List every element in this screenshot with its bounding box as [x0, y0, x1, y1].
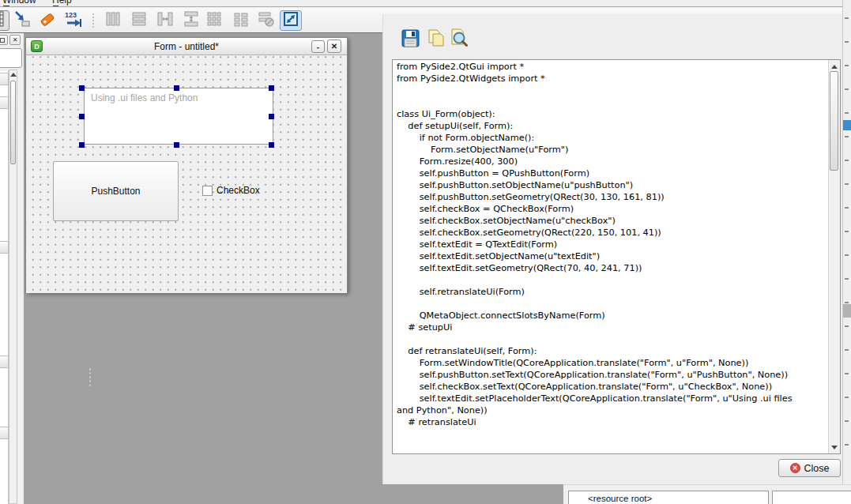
edit-signals-slots-icon — [13, 9, 32, 32]
selection-handle-bottom-center[interactable] — [174, 142, 179, 148]
edit-widgets-icon — [0, 9, 9, 32]
form-minimize-button[interactable]: - — [311, 40, 325, 53]
find-in-code-button[interactable] — [447, 29, 469, 49]
selection-handle-top-left[interactable] — [79, 85, 85, 91]
selection-handle-bottom-left[interactable] — [79, 142, 85, 148]
save-icon — [400, 28, 420, 51]
form-editor-window: D Form - untitled* - ✕ Using .ui files a… — [25, 37, 348, 293]
code-scrollbar[interactable] — [828, 60, 840, 453]
close-red-icon: ✕ — [790, 463, 800, 473]
code-scrollbar-thumb[interactable] — [830, 71, 838, 171]
edit-tab-order-icon: 123 — [63, 9, 82, 32]
scroll-down-arrow-icon[interactable] — [829, 442, 840, 452]
lay-out-in-form-layout-icon — [232, 9, 250, 32]
code-preview-dialog: from PySide2.QtGui import * from PySide2… — [382, 14, 842, 484]
selection-handle-top-right[interactable] — [269, 85, 274, 91]
code-text-area[interactable]: from PySide2.QtGui import * from PySide2… — [392, 59, 841, 454]
selection-handle-top-center[interactable] — [174, 85, 179, 91]
lay-out-in-grid-icon — [205, 9, 224, 32]
checkbox-widget-box[interactable] — [202, 186, 213, 196]
edit-widgets-button[interactable] — [0, 10, 9, 31]
menu-window-accel-underline — [3, 6, 9, 6]
float-icon — [0, 38, 5, 43]
tree-branch-marks — [845, 17, 849, 460]
resource-root-item[interactable]: <resource root> — [569, 491, 768, 503]
selection-handle-mid-left[interactable] — [79, 114, 85, 119]
widget-box-scrollbar[interactable] — [9, 70, 17, 504]
adjust-size-icon — [281, 9, 300, 32]
lay-out-vertically-in-splitter-icon — [182, 9, 201, 32]
menu-help[interactable]: Help — [52, 0, 72, 6]
lay-out-vertically-in-splitter-button[interactable] — [181, 10, 201, 31]
svg-text:123: 123 — [65, 11, 77, 19]
checkbox-widget-label: CheckBox — [217, 185, 260, 196]
resource-tree[interactable]: <resource root> — [568, 491, 769, 504]
resource-detail-pane[interactable] — [772, 491, 851, 504]
widget-category-row[interactable] — [0, 427, 9, 439]
adjust-size-button[interactable] — [280, 10, 302, 31]
designer-badge-icon: D — [31, 40, 43, 52]
property-scrollbar-thumb[interactable] — [843, 304, 851, 318]
copy-code-button[interactable] — [425, 29, 446, 49]
copy-icon — [426, 28, 446, 51]
break-layout-button[interactable] — [255, 10, 277, 31]
widget-category-row[interactable] — [0, 96, 9, 109]
find-icon — [448, 28, 469, 51]
form-close-button[interactable]: ✕ — [327, 39, 341, 53]
generated-python-code[interactable]: from PySide2.QtGui import * from PySide2… — [397, 61, 827, 428]
close-button-label: Close — [804, 463, 830, 474]
save-code-button[interactable] — [399, 29, 420, 49]
widget-category-row[interactable] — [0, 73, 9, 85]
edit-buddies-icon — [38, 9, 57, 32]
dock-splitter-handle[interactable] — [88, 367, 92, 388]
dock-close-button[interactable]: ✕ — [9, 35, 21, 45]
lay-out-in-form-layout-button[interactable] — [231, 10, 251, 31]
property-editor-sliver — [842, 0, 851, 504]
lay-out-vertically-button[interactable] — [129, 10, 149, 31]
lay-out-horizontally-icon — [104, 9, 122, 32]
scroll-up-arrow-icon[interactable] — [10, 73, 17, 77]
resource-browser-panel: <resource root> — [563, 484, 851, 504]
scrollbar-thumb[interactable] — [10, 81, 16, 164]
widget-box-list[interactable] — [0, 71, 9, 504]
form-window-title: Form - untitled* — [154, 41, 219, 52]
lay-out-in-grid-button[interactable] — [204, 10, 224, 31]
lay-out-horizontally-in-splitter-button[interactable] — [155, 10, 175, 31]
break-layout-icon — [257, 9, 276, 32]
toolbar-separator — [92, 13, 94, 28]
edit-tab-order-button[interactable]: 123 — [62, 10, 83, 31]
edit-signals-slots-button[interactable] — [12, 10, 32, 31]
lay-out-vertically-icon — [130, 9, 149, 32]
lay-out-horizontally-in-splitter-icon — [156, 9, 175, 32]
lay-out-horizontally-button[interactable] — [103, 10, 123, 31]
close-icon: ✕ — [13, 36, 18, 43]
widget-category-row[interactable] — [0, 241, 9, 254]
edit-buddies-button[interactable] — [37, 10, 58, 31]
pushbutton-widget[interactable]: PushButton — [53, 161, 179, 221]
widget-box-panel: ✕ — [0, 33, 24, 504]
form-canvas[interactable]: Using .ui files and Python PushButton Ch… — [26, 56, 347, 293]
selection-handle-bottom-right[interactable] — [269, 142, 274, 148]
dock-float-button[interactable] — [0, 35, 8, 45]
close-dialog-button[interactable]: ✕ Close — [778, 459, 841, 477]
textedit-placeholder: Using .ui files and Python — [85, 88, 273, 107]
qt-designer-screen: Window Help 123 — [0, 0, 851, 504]
widget-category-row[interactable] — [0, 355, 9, 368]
selection-handle-mid-right[interactable] — [269, 114, 274, 119]
menu-bar: Window Help — [0, 0, 851, 7]
menu-help-accel-underline — [53, 6, 58, 6]
menu-window[interactable]: Window — [2, 0, 36, 6]
scroll-up-arrow-icon[interactable] — [829, 62, 840, 71]
form-window-titlebar[interactable]: D Form - untitled* - ✕ — [26, 38, 347, 55]
textedit-widget[interactable]: Using .ui files and Python — [84, 88, 273, 145]
selected-row-highlight — [843, 120, 851, 130]
widget-filter-input[interactable] — [0, 48, 22, 68]
